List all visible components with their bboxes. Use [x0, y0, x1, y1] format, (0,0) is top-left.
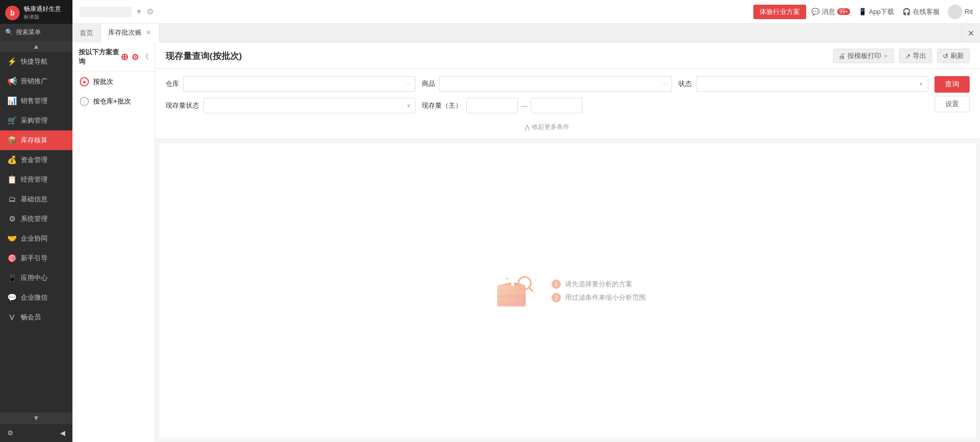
sidebar-label-system: 系统管理	[21, 214, 48, 224]
messages-badge: 99+	[837, 8, 850, 15]
add-scheme-icon[interactable]: ⊕	[121, 51, 128, 63]
collapse-filter-button[interactable]: ⋀ 收起更多条件	[166, 120, 928, 131]
product-more-icon[interactable]: ···	[662, 80, 667, 87]
by-batch-icon: ●	[80, 77, 89, 86]
stock-status-select[interactable]: ▼	[203, 98, 415, 113]
sidebar-scroll-up[interactable]: ▲	[0, 41, 72, 52]
breadcrumb-input[interactable]	[80, 7, 131, 17]
settings-icon[interactable]: ⚙	[7, 429, 13, 437]
app-logo: b	[5, 6, 20, 20]
sidebar-item-wx[interactable]: 💬 企业微信	[0, 288, 72, 307]
sidebar-item-vip[interactable]: V 畅会员	[0, 307, 72, 327]
stock-qty-min[interactable]	[466, 98, 518, 113]
sidebar: b 畅康通好生意 标准版 🔍 搜索菜单 ▲ ⚡ 快捷导航 📢 营销推广 📊 销售…	[0, 0, 72, 442]
sidebar-items: ⚡ 快捷导航 📢 营销推广 📊 销售管理 🛒 采购管理 📦 库存核算 💰 资金管…	[0, 52, 72, 412]
empty-tip-2: 2 用过滤条件来缩小分析范围	[552, 293, 646, 302]
refresh-icon: ↺	[943, 52, 948, 60]
sidebar-label-finance: 资金管理	[21, 155, 48, 165]
collapse-sidebar-icon[interactable]: ◀	[60, 429, 65, 437]
sidebar-item-purchase[interactable]: 🛒 采购管理	[0, 111, 72, 130]
sidebar-scroll-down[interactable]: ▼	[0, 412, 72, 423]
print-button[interactable]: 🖨 按模板打印 ▼	[833, 49, 894, 63]
tab-close-icon[interactable]: ✕	[145, 29, 152, 36]
filter-row-2: 现存量状态 ▼ 现存量（主） —	[166, 98, 928, 113]
export-icon: ↗	[905, 52, 911, 60]
trial-button[interactable]: 体验行业方案	[753, 5, 806, 19]
sidebar-icon-sales: 📊	[7, 96, 17, 106]
empty-tips: 1 请先选择要分析的方案 2 用过滤条件来缩小分析范围	[552, 279, 646, 302]
search-icon: 🔍	[5, 28, 13, 36]
sidebar-item-finance[interactable]: 💰 资金管理	[0, 150, 72, 170]
avatar	[948, 5, 962, 19]
export-button[interactable]: ↗ 导出	[899, 49, 932, 63]
sidebar-icon-purchase: 🛒	[7, 116, 17, 125]
sidebar-item-marketing[interactable]: 📢 营销推广	[0, 71, 72, 91]
filter-row-1: 仓库 ··· 商品 ···	[166, 76, 928, 92]
sidebar-item-basic[interactable]: 🗂 基础信息	[0, 189, 72, 209]
refresh-button[interactable]: ↺ 刷新	[937, 49, 970, 63]
stock-status-label: 现存量状态	[166, 101, 199, 110]
dropdown-icon[interactable]: ▼	[136, 8, 142, 16]
sidebar-item-operation[interactable]: 📋 经营管理	[0, 170, 72, 189]
tab-inventory-batch-label: 库存批次账	[108, 28, 142, 37]
collapse-label: 收起更多条件	[532, 123, 569, 131]
topbar: ▼ ⚙ 体验行业方案 💬 消息 99+ 📱 App下载 🎧 在线客服 Rit	[72, 0, 980, 24]
stock-qty-label: 现存量（主）	[422, 101, 462, 110]
user-name: Rit	[964, 8, 973, 16]
status-select[interactable]: ▼	[696, 76, 928, 92]
sidebar-label-operation: 经营管理	[21, 175, 48, 184]
sidebar-label-inventory: 库存核算	[21, 136, 48, 145]
sidebar-icon-marketing: 📢	[7, 77, 17, 86]
filter-area: 仓库 ··· 商品 ···	[155, 69, 980, 139]
filter-settings-button[interactable]: 设置	[934, 96, 970, 112]
product-label: 商品	[422, 79, 435, 89]
filter-product: 商品 ···	[422, 76, 672, 92]
warehouse-input[interactable]: ···	[183, 76, 415, 92]
empty-content: ✦ 1 请先选择要分析的方案 2 用过滤条件来缩小分析范围	[489, 268, 646, 314]
sidebar-item-app-center[interactable]: 📱 应用中心	[0, 268, 72, 288]
scheme-item-by-batch[interactable]: ● 按批次	[72, 72, 155, 92]
collapse-panel-icon[interactable]: 《	[142, 52, 149, 62]
sidebar-label-vip: 畅会员	[21, 313, 41, 322]
by-warehouse-batch-label: 按仓库+批次	[93, 97, 131, 106]
svg-marker-2	[514, 282, 526, 286]
app-download-button[interactable]: 📱 App下载	[858, 7, 894, 17]
sidebar-item-system[interactable]: ⚙ 系统管理	[0, 209, 72, 229]
sidebar-label-guide: 新手引导	[21, 254, 48, 263]
sidebar-item-enterprise[interactable]: 🤝 企业协同	[0, 229, 72, 248]
product-input[interactable]: ···	[439, 76, 672, 92]
empty-state: ✦ 1 请先选择要分析的方案 2 用过滤条件来缩小分析范围	[159, 143, 976, 438]
sidebar-item-guide[interactable]: 🎯 新手引导	[0, 248, 72, 268]
empty-tip-1: 1 请先选择要分析的方案	[552, 279, 646, 289]
sidebar-search[interactable]: 🔍 搜索菜单	[0, 24, 72, 41]
tab-inventory-batch[interactable]: 库存批次账 ✕	[101, 24, 160, 42]
by-batch-label: 按批次	[93, 77, 113, 86]
sidebar-label-app-center: 应用中心	[21, 273, 48, 283]
online-service-label: 在线客服	[913, 7, 940, 17]
sidebar-item-sales[interactable]: 📊 销售管理	[0, 91, 72, 111]
query-button[interactable]: 查询	[934, 76, 970, 93]
warehouse-more-icon[interactable]: ···	[406, 80, 411, 87]
settings-icon[interactable]: ⚙	[146, 7, 154, 17]
filter-stock-status: 现存量状态 ▼	[166, 98, 415, 113]
print-label: 按模板打印	[848, 51, 881, 61]
scheme-item-by-warehouse-batch[interactable]: ○ 按仓库+批次	[72, 92, 155, 111]
sidebar-item-quick-nav[interactable]: ⚡ 快捷导航	[0, 52, 72, 71]
tab-close-right[interactable]: ✕	[961, 24, 980, 42]
content-area: 按以下方案查询 ⊕ ⚙ 《 ● 按批次 ○ 按仓库+批次	[72, 42, 980, 442]
headset-icon: 🎧	[902, 8, 911, 16]
warehouse-label: 仓库	[166, 79, 179, 89]
collapse-up-icon: ⋀	[525, 124, 530, 131]
scheme-settings-icon[interactable]: ⚙	[131, 52, 139, 62]
messages-label: 消息	[822, 7, 835, 17]
messages-button[interactable]: 💬 消息 99+	[811, 7, 850, 17]
sidebar-item-inventory[interactable]: 📦 库存核算	[0, 130, 72, 150]
sidebar-label-sales: 销售管理	[21, 96, 48, 106]
app-download-label: App下载	[869, 7, 894, 17]
tab-home[interactable]: 首页	[72, 24, 101, 42]
stock-status-dropdown-icon: ▼	[406, 103, 411, 109]
svg-text:✦: ✦	[505, 276, 509, 282]
stock-qty-max[interactable]	[531, 98, 583, 113]
user-area[interactable]: Rit	[948, 5, 973, 19]
online-service-button[interactable]: 🎧 在线客服	[902, 7, 940, 17]
